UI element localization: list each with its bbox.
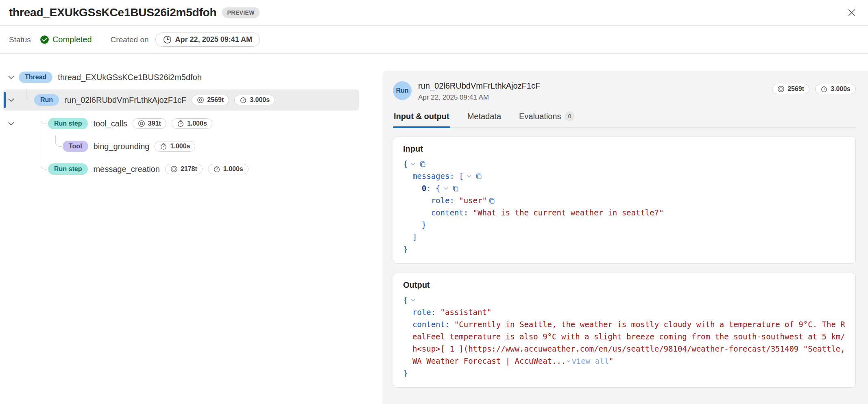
detail-tabs: Input & output Metadata Evaluations 0: [393, 111, 856, 128]
preview-badge: PREVIEW: [222, 7, 259, 18]
json-string-value: ": [609, 356, 613, 365]
token-count-value: 2569t: [207, 96, 224, 104]
json-collapse-icon[interactable]: [410, 297, 416, 303]
json-colon: :: [449, 172, 459, 180]
run-title: run_02l6RUbdVmFrLthkAjozF1cF: [418, 81, 540, 91]
copy-icon[interactable]: [419, 161, 426, 167]
input-heading: Input: [403, 144, 846, 154]
stopwatch-icon: [177, 120, 184, 127]
stopwatch-icon: [160, 143, 167, 150]
output-card: Output { role: "assistant" content: "Cur…: [393, 273, 856, 388]
token-count-badge: 2569t: [772, 84, 809, 94]
json-brace: }: [403, 245, 408, 254]
close-button[interactable]: [844, 5, 859, 20]
check-circle-icon: [40, 35, 49, 44]
token-icon: [138, 120, 145, 127]
copy-icon[interactable]: [452, 185, 459, 192]
status-bar: Status Completed Created on Apr 22, 2025…: [0, 26, 868, 54]
run-id-label: run_02l6RUbdVmFrLthkAjozF1cF: [64, 96, 186, 105]
created-on-label: Created on: [111, 35, 149, 44]
token-count-value: 391t: [148, 120, 161, 127]
thread-id-label: thread_EXUkGSsKCe1BUS26i2m5dfoh: [58, 73, 202, 82]
chevron-down-icon[interactable]: [7, 96, 15, 104]
trace-tree: Thread thread_EXUkGSsKCe1BUS26i2m5dfoh R…: [0, 66, 382, 196]
json-collapse-icon[interactable]: [466, 173, 472, 179]
json-bracket: ]: [412, 232, 417, 241]
thread-detail-page: thread_EXUkGSsKCe1BUS26i2m5dfoh PREVIEW …: [0, 0, 868, 404]
json-key: role: [412, 308, 431, 317]
tool-name-label: bing_grounding: [94, 142, 150, 151]
tab-metadata[interactable]: Metadata: [467, 111, 502, 127]
thread-badge: Thread: [19, 72, 52, 83]
duration-badge: 3.000s: [815, 84, 856, 94]
run-step-label: tool_calls: [93, 119, 127, 128]
tree-row-thread[interactable]: Thread thread_EXUkGSsKCe1BUS26i2m5dfoh: [0, 66, 382, 89]
tree-connector: [55, 135, 62, 147]
chevron-down-icon[interactable]: [7, 73, 15, 82]
run-detail-header: Run run_02l6RUbdVmFrLthkAjozF1cF Apr 22,…: [393, 81, 856, 102]
input-card: Input { messages: [ 0: { role: "user" co…: [393, 137, 856, 264]
run-step-badge: Run step: [48, 118, 88, 129]
tree-row-tool-calls[interactable]: Run step tool_calls 391t 1.000s: [0, 112, 382, 135]
status-label: Status: [9, 35, 31, 44]
duration-badge: 1.000s: [172, 118, 212, 129]
page-title: thread_EXUkGSsKCe1BUS26i2m5dfoh: [9, 6, 216, 19]
json-brace: {: [403, 159, 408, 168]
json-colon: :: [431, 308, 441, 317]
created-date-pill: Apr 22, 2025 09:41 AM: [155, 33, 260, 47]
tree-connector: [41, 113, 47, 169]
json-string-value: "assistant": [441, 308, 492, 317]
stopwatch-icon: [820, 85, 828, 93]
json-key: messages: [412, 172, 450, 180]
duration-badge: 3.000s: [234, 95, 275, 105]
view-all-link[interactable]: view all: [566, 356, 609, 365]
copy-icon[interactable]: [475, 173, 482, 180]
chevron-down-icon[interactable]: [7, 119, 15, 128]
token-count-badge: 2178t: [165, 164, 203, 174]
duration-value: 1.000s: [187, 120, 207, 127]
json-colon: :: [464, 208, 473, 217]
output-heading: Output: [403, 280, 846, 290]
duration-badge: 1.000s: [155, 141, 195, 152]
tab-input-output[interactable]: Input & output: [393, 111, 450, 127]
token-icon: [170, 165, 178, 173]
token-count-badge: 2569t: [192, 95, 229, 105]
created-date-value: Apr 22, 2025 09:41 AM: [175, 35, 252, 44]
tool-badge: Tool: [63, 141, 88, 152]
selected-row-accent-bar: [4, 92, 6, 108]
json-string-value: "What is the current weather in seattle?…: [473, 208, 664, 217]
token-icon: [777, 85, 785, 93]
json-bracket: [: [459, 172, 463, 180]
run-avatar-badge: Run: [393, 81, 412, 100]
tree-row-run[interactable]: Run run_02l6RUbdVmFrLthkAjozF1cF 2569t 3…: [0, 89, 382, 111]
json-string-value: "user": [459, 196, 487, 205]
json-collapse-icon[interactable]: [443, 185, 449, 191]
json-index: 0: [422, 184, 426, 193]
view-all-label: view all: [571, 356, 609, 365]
tree-row-message-creation[interactable]: Run step message_creation 2178t 1.000s: [0, 158, 382, 180]
token-count-value: 2569t: [787, 85, 804, 93]
run-step-badge: Run step: [48, 163, 88, 175]
json-brace: {: [403, 295, 408, 304]
stopwatch-icon: [240, 96, 247, 104]
run-timestamp: Apr 22, 2025 09:41 AM: [418, 93, 540, 102]
copy-icon[interactable]: [489, 197, 495, 204]
tab-evaluations[interactable]: Evaluations 0: [518, 111, 575, 127]
chevron-down-icon: [566, 358, 571, 364]
duration-value: 1.000s: [223, 165, 243, 173]
json-brace: }: [403, 369, 408, 378]
run-detail-panel: Run run_02l6RUbdVmFrLthkAjozF1cF Apr 22,…: [382, 71, 868, 404]
json-colon: :: [426, 184, 436, 193]
json-colon: :: [449, 196, 459, 205]
json-colon: :: [445, 320, 454, 329]
duration-badge: 1.000s: [208, 164, 249, 174]
page-header: thread_EXUkGSsKCe1BUS26i2m5dfoh PREVIEW: [0, 0, 868, 26]
tree-connector: [26, 89, 33, 100]
run-step-label: message_creation: [93, 165, 159, 174]
token-count-value: 2178t: [181, 165, 197, 173]
close-icon: [846, 7, 857, 18]
evaluations-count-badge: 0: [565, 111, 574, 121]
token-icon: [197, 96, 204, 104]
json-collapse-icon[interactable]: [410, 161, 416, 167]
status-value: Completed: [52, 35, 92, 44]
